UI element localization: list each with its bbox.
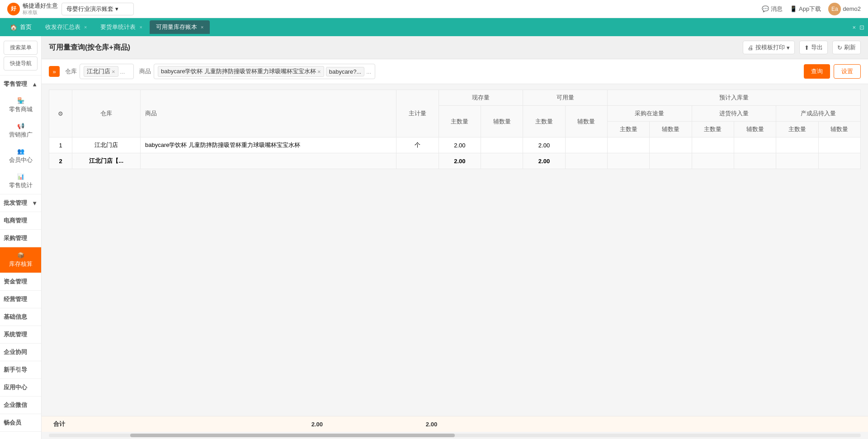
main-layout: 搜索菜单 快捷导航 零售管理 ▲ 🏪 零售商城 📢 营销推广 👥 会员中心 📊	[0, 36, 868, 439]
company-selector[interactable]: 母婴行业演示账套 ▾	[61, 3, 134, 15]
product-filter: 商品 babycare学饮杯 儿童防摔防撞吸管杯重力球吸嘴杯宝宝水杯 × bab…	[139, 64, 375, 79]
group-row-incoming-aux	[734, 153, 776, 169]
sidebar-item-operations[interactable]: 经营管理	[0, 291, 41, 308]
group-row-purchase-aux	[650, 153, 692, 169]
horizontal-scrollbar[interactable]	[49, 434, 861, 437]
window-buttons: × ⊡	[852, 24, 864, 31]
sidebar-group-guide: 新手引导	[0, 361, 41, 379]
row-current-aux	[481, 137, 523, 153]
table-container: ⚙ 仓库 商品 主计量 现存量 可用量 预计入库量 主数量 辅数量 主数量 辅数…	[42, 84, 868, 416]
sidebar-item-retail-management[interactable]: 零售管理 ▲	[0, 76, 41, 93]
close-window-button[interactable]: ×	[852, 24, 856, 31]
group-row-current-main: 2.00	[439, 153, 481, 169]
footer-current-main: 2.00	[288, 421, 346, 428]
tab-available-stock[interactable]: 可用量库存账本 ×	[150, 20, 210, 34]
filter-expand-button[interactable]: »	[49, 66, 60, 77]
settings-button[interactable]: 设置	[834, 64, 861, 79]
sidebar-item-ecommerce[interactable]: 电商管理	[0, 212, 41, 229]
sidebar-group-finance: 资金管理	[0, 273, 41, 291]
sidebar-item-finance[interactable]: 资金管理	[0, 273, 41, 290]
product-input[interactable]: babycare学饮杯 儿童防摔防撞吸管杯重力球吸嘴杯宝宝水杯 × babyca…	[154, 64, 375, 79]
user-area[interactable]: Ea demo2	[828, 3, 861, 15]
row-incoming-aux	[734, 137, 776, 153]
maximize-window-button[interactable]: ⊡	[859, 24, 864, 31]
refresh-button[interactable]: ↻ 刷新	[832, 41, 861, 54]
query-button[interactable]: 查询	[804, 64, 830, 79]
sidebar-item-wechat[interactable]: 企业微信	[0, 397, 41, 414]
col-header-current-aux: 辅数量	[481, 106, 523, 137]
tab-receive-summary[interactable]: 收发存汇总表 ×	[39, 20, 93, 34]
sidebar-item-retail-stats[interactable]: 📊 零售统计	[0, 169, 41, 194]
col-header-current-stock: 现存量	[439, 90, 523, 106]
close-icon[interactable]: ×	[84, 24, 87, 30]
sidebar-item-marketing[interactable]: 📢 营销推广	[0, 118, 41, 143]
row-no: 1	[49, 137, 72, 153]
avatar: Ea	[828, 3, 841, 15]
top-bar-right: 💬 消息 📱 App下载 Ea demo2	[762, 3, 861, 15]
group-row-unit	[396, 153, 439, 169]
message-button[interactable]: 💬 消息	[762, 5, 783, 13]
row-current-main: 2.00	[439, 137, 481, 153]
scroll-thumb[interactable]	[130, 434, 455, 437]
chevron-down-icon: ▾	[787, 44, 790, 51]
col-header-incoming-pending: 进货待入量	[692, 106, 776, 122]
top-bar: 好 畅捷通好生意 标准版 母婴行业演示账套 ▾ 💬 消息 📱 App下载 Ea …	[0, 0, 868, 18]
logo-area: 好 畅捷通好生意 标准版	[7, 2, 58, 15]
logo-icon: 好	[7, 3, 20, 15]
sidebar-item-collab[interactable]: 企业协同	[0, 344, 41, 361]
remove-tag-icon[interactable]: ×	[112, 68, 115, 75]
home-icon: 🏠	[10, 24, 17, 31]
col-header-available-aux: 辅数量	[565, 106, 607, 137]
sidebar-item-retail-mall[interactable]: 🏪 零售商城	[0, 93, 41, 118]
sidebar-item-inventory[interactable]: 📦 库存核算	[0, 247, 41, 273]
remove-tag-icon[interactable]: ×	[317, 68, 321, 75]
sidebar-item-app-center[interactable]: 应用中心	[0, 379, 41, 396]
tab-order-stats[interactable]: 要货单统计表 ×	[94, 20, 148, 34]
app-download-button[interactable]: 📱 App下载	[790, 5, 821, 13]
warehouse-input[interactable]: 江北门店 × ...	[80, 64, 134, 79]
sidebar-group-app-center: 应用中心	[0, 379, 41, 397]
data-table: ⚙ 仓库 商品 主计量 现存量 可用量 预计入库量 主数量 辅数量 主数量 辅数…	[49, 90, 861, 169]
group-row-incoming-main	[692, 153, 734, 169]
col-header-unit: 主计量	[396, 90, 439, 137]
row-unit: 个	[396, 137, 439, 153]
sidebar-item-member[interactable]: 畅会员	[0, 414, 41, 431]
group-row-available-main: 2.00	[523, 153, 565, 169]
sidebar-group-collab: 企业协同	[0, 344, 41, 361]
print-icon: 🖨	[748, 44, 754, 51]
sidebar-item-members[interactable]: 👥 会员中心	[0, 143, 41, 169]
product-more[interactable]: ...	[366, 68, 371, 75]
content-area: 可用量查询(按仓库+商品) 🖨 按模板打印 ▾ ⬆ 导出 ↻ 刷新	[42, 36, 868, 439]
col-header-current-main: 主数量	[439, 106, 481, 137]
sidebar-item-basic-info[interactable]: 基础信息	[0, 308, 41, 326]
warehouse-more[interactable]: ...	[120, 68, 125, 75]
tab-home[interactable]: 🏠 首页	[4, 20, 38, 34]
close-icon[interactable]: ×	[201, 24, 203, 30]
close-icon[interactable]: ×	[139, 24, 142, 30]
sidebar-item-wholesale-management[interactable]: 批发管理 ▼	[0, 194, 41, 212]
search-menu-button[interactable]: 搜索菜单	[4, 41, 38, 55]
table-settings-icon-cell[interactable]: ⚙	[49, 90, 72, 137]
table-footer: 合计 2.00 2.00	[42, 416, 868, 432]
export-button[interactable]: ⬆ 导出	[799, 41, 828, 54]
sidebar-group-operations: 经营管理	[0, 291, 41, 308]
print-template-button[interactable]: 🖨 按模板打印 ▾	[743, 41, 795, 54]
sidebar-item-system[interactable]: 系统管理	[0, 326, 41, 343]
col-header-product: 商品	[140, 90, 396, 137]
row-production-aux	[818, 137, 860, 153]
col-header-planned-inbound: 预计入库量	[607, 90, 860, 106]
quick-nav-button[interactable]: 快捷导航	[4, 57, 38, 71]
warehouse-tag: 江北门店 ×	[84, 66, 118, 77]
nav-tabs: 🏠 首页 收发存汇总表 × 要货单统计表 × 可用量库存账本 × × ⊡	[0, 18, 868, 36]
group-row-current-aux	[481, 153, 523, 169]
row-warehouse: 江北门店	[72, 137, 141, 153]
col-header-production-main: 主数量	[776, 122, 818, 137]
sidebar-item-purchase[interactable]: 采购管理	[0, 230, 41, 247]
chevron-icon: ▲	[32, 81, 38, 88]
sidebar-group-system: 系统管理	[0, 326, 41, 344]
sidebar-item-guide[interactable]: 新手引导	[0, 361, 41, 378]
sidebar: 搜索菜单 快捷导航 零售管理 ▲ 🏪 零售商城 📢 营销推广 👥 会员中心 📊	[0, 36, 42, 439]
table-row: 1 江北门店 babycare学饮杯 儿童防摔防撞吸管杯重力球吸嘴杯宝宝水杯 个…	[49, 137, 861, 153]
message-icon: 💬	[762, 5, 769, 12]
col-header-production-aux: 辅数量	[818, 122, 860, 137]
